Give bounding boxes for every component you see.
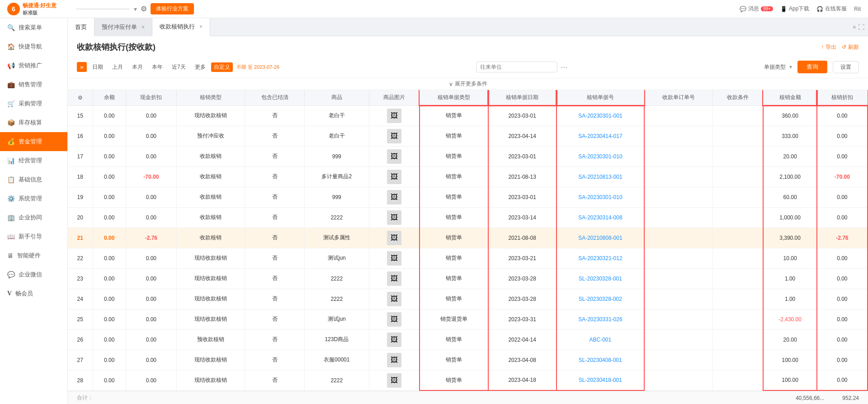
cell-cancel-single-no[interactable]: SA-20230321-012 bbox=[557, 248, 644, 268]
cell-cancel-amount: 1.00 bbox=[763, 268, 816, 289]
tab-prepay[interactable]: 预付冲应付单 × bbox=[94, 18, 152, 36]
cell-cancel-single-no[interactable]: SA-20230314-008 bbox=[557, 207, 644, 228]
sidebar-item-inventory[interactable]: 📦 库存核算 bbox=[0, 113, 67, 132]
cell-no: 20 bbox=[68, 207, 93, 228]
date-7days[interactable]: 近7天 bbox=[168, 62, 189, 72]
tab-prepay-close[interactable]: × bbox=[142, 24, 145, 30]
app-download-area[interactable]: 📱 App下载 bbox=[780, 5, 809, 13]
cell-no: 16 bbox=[68, 126, 93, 146]
cancel-single-no-link[interactable]: SL-20230408-001 bbox=[579, 357, 622, 363]
cell-balance: 0.00 bbox=[93, 166, 126, 187]
single-type-label: 单据类型 bbox=[764, 63, 786, 71]
from-unit-dots[interactable]: ··· bbox=[561, 62, 568, 72]
tab-expand-icon[interactable]: ⛶ bbox=[858, 24, 864, 31]
date-last-month[interactable]: 上月 bbox=[108, 62, 127, 72]
filter-row-1: » 日期 上月 本月 本年 近7天 更多 自定义 不限 至 2023-07-26… bbox=[77, 61, 859, 73]
cell-cancel-single-no[interactable]: SL-20230328-002 bbox=[557, 289, 644, 309]
from-unit-input[interactable] bbox=[476, 62, 557, 72]
cancel-single-no-link[interactable]: ABC-001 bbox=[590, 337, 612, 343]
cell-cancel-single-no[interactable]: SL-20230328-001 bbox=[557, 268, 644, 289]
export-button[interactable]: ↑ 导出 bbox=[821, 43, 836, 51]
message-icon: 💬 bbox=[740, 6, 746, 12]
sidebar-item-wechat[interactable]: 💬 企业微信 bbox=[0, 265, 67, 284]
expand-more-bar[interactable]: ∨ 展开更多条件 bbox=[68, 78, 868, 90]
expand-button[interactable]: » bbox=[77, 62, 87, 72]
sidebar-finance-label: 资金管理 bbox=[19, 138, 42, 146]
cell-cancel-amount: -2,430.00 bbox=[763, 309, 816, 329]
cancel-single-no-link[interactable]: SL-20230328-002 bbox=[579, 296, 622, 302]
cell-no: 27 bbox=[68, 350, 93, 370]
sidebar-item-finance[interactable]: 💰 资金管理 bbox=[0, 132, 67, 151]
date-more[interactable]: 更多 bbox=[191, 62, 209, 72]
cell-cancel-single-date: 2023-03-21 bbox=[488, 248, 557, 268]
dropdown-icon[interactable]: ▾ bbox=[134, 5, 137, 13]
sidebar-item-quick-nav[interactable]: 🏠 快捷导航 bbox=[0, 37, 67, 56]
cancel-single-no-link[interactable]: SA-20230414-017 bbox=[578, 133, 622, 139]
cancel-single-no-link[interactable]: SA-20230321-012 bbox=[578, 255, 622, 261]
tab-collection-close[interactable]: × bbox=[199, 24, 203, 30]
cell-cancel-single-date: 2023-03-01 bbox=[488, 146, 557, 166]
logo-icon: 6 bbox=[7, 3, 20, 15]
sidebar-item-enterprise[interactable]: 🏢 企业协同 bbox=[0, 208, 67, 227]
sidebar-item-smart-hw[interactable]: 🖥 智能硬件 bbox=[0, 246, 67, 265]
table-row: 17 0.00 0.00 收款核销 否 999 🖼 销货单 2023-03-01… bbox=[68, 146, 868, 166]
th-settings[interactable]: ⚙ bbox=[68, 90, 93, 105]
cell-cancel-single-no[interactable]: SA-20230331-026 bbox=[557, 309, 644, 329]
cell-cancel-single-no[interactable]: SA-20230301-010 bbox=[557, 187, 644, 207]
cell-cancel-single-no[interactable]: SA-20210813-001 bbox=[557, 166, 644, 187]
date-this-year[interactable]: 本年 bbox=[148, 62, 166, 72]
cancel-single-no-link[interactable]: SA-20230314-008 bbox=[578, 214, 622, 221]
sidebar-item-operations[interactable]: 📊 经营管理 bbox=[0, 151, 67, 170]
gear-icon[interactable]: ⚙ bbox=[141, 5, 147, 13]
table-row: 21 0.00 -2.76 收款核销 否 测试多属性 🖼 销货单 2021-08… bbox=[68, 228, 868, 248]
sidebar-search-label: 搜索菜单 bbox=[19, 24, 42, 32]
cancel-single-no-link[interactable]: SA-20230301-001 bbox=[578, 113, 622, 119]
tab-bar: 首页 预付冲应付单 × 收款核销执行 × × ⛶ bbox=[68, 18, 868, 36]
cell-cancel-single-no[interactable]: SA-20230301-010 bbox=[557, 146, 644, 166]
cancel-single-no-link[interactable]: SA-20230301-010 bbox=[578, 153, 622, 160]
sidebar-item-purchase[interactable]: 🛒 采购管理 bbox=[0, 94, 67, 113]
cell-goods-img: 🖼 bbox=[369, 248, 420, 268]
sidebar-inventory-label: 库存核算 bbox=[19, 119, 42, 127]
settings-button[interactable]: 设置 bbox=[833, 61, 859, 73]
cell-include-settled: 否 bbox=[245, 370, 305, 390]
messages-area[interactable]: 💬 消息 99+ bbox=[740, 5, 773, 13]
cell-cancel-amount: 10.00 bbox=[763, 248, 816, 268]
cell-cancel-single-no[interactable]: SA-20210808-001 bbox=[557, 228, 644, 248]
tab-home[interactable]: 首页 bbox=[68, 18, 94, 36]
date-custom[interactable]: 自定义 bbox=[211, 62, 233, 72]
cell-cancel-discount: 0.00 bbox=[817, 105, 868, 126]
cell-cancel-single-no[interactable]: SA-20230414-017 bbox=[557, 126, 644, 146]
user-avatar[interactable]: Rit bbox=[854, 6, 861, 12]
system-icon: ⚙️ bbox=[7, 195, 15, 202]
tab-close-all-icon[interactable]: × bbox=[853, 24, 856, 31]
industry-solution-button[interactable]: 体验行业方案 bbox=[151, 3, 194, 14]
date-this-month[interactable]: 本月 bbox=[128, 62, 146, 72]
sidebar-item-search[interactable]: 🔍 搜索菜单 bbox=[0, 18, 67, 37]
cell-cancel-discount: 0.00 bbox=[817, 207, 868, 228]
cell-cancel-single-no[interactable]: ABC-001 bbox=[557, 329, 644, 350]
table-footer: 合计： 40,556,66... 952.24 bbox=[68, 391, 868, 404]
sidebar-item-guide[interactable]: 📖 新手引导 bbox=[0, 227, 67, 246]
cancel-single-no-link[interactable]: SA-20210813-001 bbox=[578, 174, 622, 180]
sidebar-item-sales[interactable]: 💼 销售管理 bbox=[0, 75, 67, 94]
cancel-single-no-link[interactable]: SA-20230331-026 bbox=[578, 316, 622, 323]
sidebar-item-member[interactable]: V 畅会员 bbox=[0, 284, 67, 303]
cancel-single-no-link[interactable]: SA-20230301-010 bbox=[578, 194, 622, 200]
cell-cancel-single-no[interactable]: SL-20230418-001 bbox=[557, 370, 644, 390]
cancel-single-no-link[interactable]: SL-20230328-001 bbox=[579, 276, 622, 282]
sidebar-item-marketing[interactable]: 📢 营销推广 bbox=[0, 56, 67, 75]
cell-goods: 测试jun bbox=[304, 248, 369, 268]
cell-balance: 0.00 bbox=[93, 289, 126, 309]
cell-cancel-amount: 3,390.00 bbox=[763, 228, 816, 248]
online-service-area[interactable]: 🎧 在线客服 bbox=[816, 5, 847, 13]
cancel-single-no-link[interactable]: SL-20230418-001 bbox=[579, 377, 622, 383]
query-button[interactable]: 查询 bbox=[797, 61, 827, 73]
refresh-button[interactable]: ↺ 刷新 bbox=[842, 43, 859, 51]
sidebar-item-system[interactable]: ⚙️ 系统管理 bbox=[0, 189, 67, 208]
sidebar-item-base-info[interactable]: 📋 基础信息 bbox=[0, 170, 67, 189]
cell-cancel-single-no[interactable]: SL-20230408-001 bbox=[557, 350, 644, 370]
tab-collection[interactable]: 收款核销执行 × bbox=[152, 18, 210, 36]
cell-cancel-single-no[interactable]: SA-20230301-001 bbox=[557, 105, 644, 126]
cancel-single-no-link[interactable]: SA-20210808-001 bbox=[578, 235, 622, 241]
